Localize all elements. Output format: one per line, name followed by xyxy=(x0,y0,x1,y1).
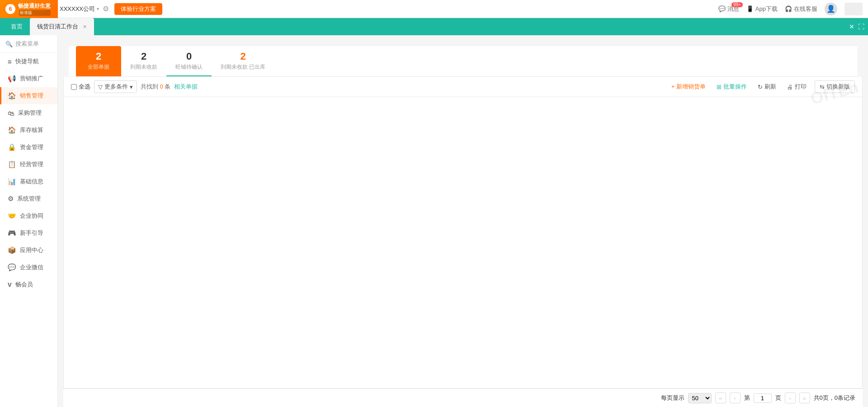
company-selector[interactable]: XXXXXX公司 ▾ xyxy=(60,5,99,13)
sidebar-item-vip[interactable]: V 畅会员 xyxy=(0,276,57,293)
tab-home[interactable]: 首页 xyxy=(4,18,30,35)
inventory-icon: 🏠 xyxy=(8,126,16,134)
tab-pending[interactable]: 0 旺铺待确认 xyxy=(166,46,212,76)
chevron-down-icon: ▾ xyxy=(97,6,99,11)
refresh-icon: ↻ xyxy=(758,84,763,90)
first-page-button[interactable]: « xyxy=(715,393,726,403)
finance-icon: 🔒 xyxy=(8,143,16,151)
logo-icon: 6 xyxy=(5,4,15,14)
page-label: 第 xyxy=(744,394,750,402)
marketing-icon: 📢 xyxy=(8,75,16,83)
sidebar-item-system[interactable]: ⚙ 系统管理 xyxy=(0,190,57,207)
sidebar-item-marketing[interactable]: 📢 营销推广 xyxy=(0,70,57,87)
sidebar-item-cooperation[interactable]: 🤝 企业协同 xyxy=(0,207,57,225)
all-orders-label: 全部单据 xyxy=(85,63,112,71)
sidebar-item-sales[interactable]: 🏠 销售管理 xyxy=(0,87,57,104)
tab-all-orders[interactable]: 2 全部单据 xyxy=(76,46,121,76)
prev-page-button[interactable]: ‹ xyxy=(730,393,741,403)
main-layout: 🔍 搜索菜单 ≡ 快捷导航 📢 营销推广 🏠 销售管理 🛍 采购管理 🏠 库存核… xyxy=(0,35,868,407)
app-download-button[interactable]: 📱 App下载 xyxy=(746,5,778,13)
status-tabs: 2 全部单据 2 到期未收款 0 旺铺待确认 2 到期未收款 已出库 xyxy=(69,46,857,77)
batch-operation-button[interactable]: ⊞ 批量操作 xyxy=(714,81,750,93)
overdue-label: 到期未收款 xyxy=(130,63,157,71)
tab-overdue-shipped[interactable]: 2 到期未收款 已出库 xyxy=(212,46,274,76)
user-name-area xyxy=(844,3,863,15)
message-button[interactable]: 💬 消息 99+ xyxy=(718,5,739,13)
header-right: 💬 消息 99+ 📱 App下载 🎧 在线客服 👤 xyxy=(718,3,863,15)
sidebar-item-operations[interactable]: 📋 经营管理 xyxy=(0,156,57,173)
sales-icon: 🏠 xyxy=(8,92,16,100)
pending-count: 0 xyxy=(175,51,203,62)
online-service-button[interactable]: 🎧 在线客服 xyxy=(785,5,817,13)
settings-icon[interactable]: ⚙ xyxy=(103,5,109,13)
count-value: 0 xyxy=(160,83,163,90)
sidebar-item-basic-info[interactable]: 📊 基础信息 xyxy=(0,173,57,190)
filter-button[interactable]: ▽ 更多条件 ▾ xyxy=(94,80,137,93)
message-icon: 💬 xyxy=(718,5,726,12)
tab-close-icon[interactable]: ✕ xyxy=(83,24,87,29)
logo-area: 6 畅捷通好生意 标准版 xyxy=(0,0,58,18)
last-page-button[interactable]: » xyxy=(799,393,810,403)
tab-overdue[interactable]: 2 到期未收款 xyxy=(121,46,166,76)
select-all-checkbox[interactable]: 全选 xyxy=(71,83,90,91)
overdue-count: 2 xyxy=(130,51,157,62)
count-text: 共找到 0 条 xyxy=(141,83,170,91)
top-header: 6 畅捷通好生意 标准版 XXXXXX公司 ▾ ⚙ 体验行业方案 💬 消息 99… xyxy=(0,0,868,18)
trial-button[interactable]: 体验行业方案 xyxy=(114,3,162,15)
logo-badge: 标准版 xyxy=(19,10,51,16)
switch-version-button[interactable]: ⇆ 切换新版 xyxy=(815,80,855,93)
search-icon: 🔍 xyxy=(5,41,13,47)
table-area xyxy=(63,97,863,388)
toolbar-right: + 新增销货单 ⊞ 批量操作 ↻ 刷新 🖨 打印 ⇆ 切换新版 xyxy=(669,80,855,93)
purchase-icon: 🛍 xyxy=(8,109,14,117)
toolbar-left: 全选 ▽ 更多条件 ▾ 共找到 0 条 相关单据 xyxy=(71,80,665,93)
cooperation-icon: 🤝 xyxy=(8,212,16,220)
tab-daily-work[interactable]: 钱货日清工作台 ✕ xyxy=(30,18,94,35)
filter-icon: ▽ xyxy=(98,84,103,90)
sidebar-item-guide[interactable]: 🎮 新手引导 xyxy=(0,225,57,242)
download-icon: 📱 xyxy=(746,5,754,12)
pagination: 每页显示 50 20 100 « ‹ 第 页 › » 共0页，0条记录 xyxy=(63,388,863,407)
tab-maximize-button[interactable]: ⛶ xyxy=(858,23,864,30)
overdue-shipped-count: 2 xyxy=(221,51,265,62)
sidebar-item-quick-nav[interactable]: ≡ 快捷导航 xyxy=(0,53,57,70)
service-icon: 🎧 xyxy=(785,5,792,12)
refresh-button[interactable]: ↻ 刷新 xyxy=(755,81,779,93)
toolbar: 全选 ▽ 更多条件 ▾ 共找到 0 条 相关单据 + 新增销货单 ⊞ 批 xyxy=(63,77,863,97)
overdue-shipped-label: 到期未收款 已出库 xyxy=(221,63,265,71)
operations-icon: 📋 xyxy=(8,160,16,168)
tab-close-button[interactable]: ✕ xyxy=(849,23,854,30)
app-center-icon: 📦 xyxy=(8,246,16,254)
sidebar: 🔍 搜索菜单 ≡ 快捷导航 📢 营销推广 🏠 销售管理 🛍 采购管理 🏠 库存核… xyxy=(0,35,58,407)
sidebar-item-purchase[interactable]: 🛍 采购管理 xyxy=(0,104,57,122)
related-orders-link[interactable]: 相关单据 xyxy=(174,83,198,91)
all-orders-count: 2 xyxy=(85,51,112,62)
quick-nav-icon: ≡ xyxy=(8,58,12,65)
switch-icon: ⇆ xyxy=(820,84,825,90)
basic-info-icon: 📊 xyxy=(8,178,16,186)
page-suffix: 页 xyxy=(775,394,781,402)
filter-chevron-icon: ▾ xyxy=(130,84,133,90)
per-page-select[interactable]: 50 20 100 xyxy=(688,393,712,403)
logo-text: 畅捷通好生意 标准版 xyxy=(18,2,51,16)
select-all-input[interactable] xyxy=(71,84,77,90)
next-page-button[interactable]: › xyxy=(785,393,796,403)
batch-icon: ⊞ xyxy=(717,84,722,90)
total-count-text: 共0页，0条记录 xyxy=(814,394,855,402)
add-sales-order-button[interactable]: + 新增销货单 xyxy=(669,81,708,93)
sidebar-item-finance[interactable]: 🔒 资金管理 xyxy=(0,139,57,156)
search-menu[interactable]: 🔍 搜索菜单 xyxy=(0,35,57,53)
wechat-icon: 💬 xyxy=(8,263,16,271)
pending-label: 旺铺待确认 xyxy=(175,63,203,71)
page-input[interactable] xyxy=(754,393,772,403)
message-badge: 99+ xyxy=(731,2,743,7)
sidebar-item-app-center[interactable]: 📦 应用中心 xyxy=(0,242,57,259)
avatar[interactable]: 👤 xyxy=(825,3,837,15)
sidebar-item-wechat[interactable]: 💬 企业微信 xyxy=(0,259,57,276)
company-name: XXXXXX公司 xyxy=(60,5,95,13)
print-button[interactable]: 🖨 打印 xyxy=(784,81,809,93)
nav-tabs: 首页 钱货日清工作台 ✕ ✕ ⛶ xyxy=(0,18,868,35)
guide-icon: 🎮 xyxy=(8,229,16,237)
sidebar-item-inventory[interactable]: 🏠 库存核算 xyxy=(0,122,57,139)
avatar-icon: 👤 xyxy=(826,5,835,13)
